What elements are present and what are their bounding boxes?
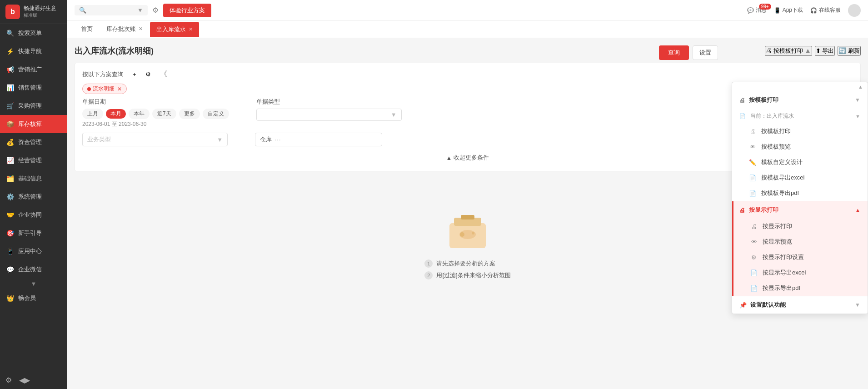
warehouse-dots-icon[interactable]: ··· (274, 136, 281, 143)
dp-display-export-excel[interactable]: 📄 按显示导出excel (733, 265, 868, 280)
current-text: 当前：出入库流水 (750, 112, 794, 120)
date-option-last-month[interactable]: 上月 (82, 109, 103, 119)
query-button[interactable]: 查询 (659, 45, 689, 60)
filter-tag-selected[interactable]: 流水明细 ✕ (82, 84, 127, 94)
refresh-icon: 🔄 (838, 47, 846, 54)
trial-button[interactable]: 体验行业方案 (163, 4, 211, 17)
tab-flow[interactable]: 出入库流水 ✕ (150, 22, 199, 37)
page-title: 出入库流水(流水明细) (75, 45, 154, 56)
topbar-search-box[interactable]: 🔍 ▼ (75, 5, 148, 15)
search-dropdown-icon[interactable]: ▼ (137, 7, 143, 14)
dp-display-preview[interactable]: 👁 按显示预览 (733, 234, 868, 249)
filter-group-warehouse: 仓库 ··· (255, 133, 382, 146)
date-option-this-year[interactable]: 本年 (129, 109, 150, 119)
print-panel-toggle[interactable]: ▲ (805, 47, 811, 54)
page-actions-panel: 🖨 按模板打印 ▲ ⬆ 导出 🔄 刷新 ▲ (765, 46, 861, 56)
sidebar-label-marketing: 营销推广 (18, 65, 42, 74)
page-content: 出入库流水(流水明细) 🖨 按模板打印 ▲ ⬆ 导出 🔄 刷新 (67, 38, 868, 389)
filter-group-biz: 业务类型 ▼ (82, 133, 228, 146)
app-center-icon: 📱 (5, 247, 15, 256)
online-service-button[interactable]: 🎧 在线客服 (810, 6, 841, 14)
sidebar-label-vip: 畅会员 (18, 294, 36, 302)
dp-set-default-header[interactable]: 📌 设置默认功能 ▼ (732, 296, 868, 314)
date-option-this-month[interactable]: 本月 (106, 109, 126, 119)
sidebar-item-collab[interactable]: 🤝 企业协同 (0, 206, 67, 224)
sidebar-item-operation[interactable]: 📈 经营管理 (0, 151, 67, 170)
sidebar-label-purchase: 采购管理 (18, 102, 42, 110)
dp-template-export-pdf-label: 按模板导出pdf (761, 189, 799, 197)
dp-current-label[interactable]: 📄 当前：出入库流水 ▼ (732, 109, 868, 124)
collapse-icon[interactable]: ◀▶ (19, 376, 30, 384)
sidebar-label-operation: 经营管理 (18, 156, 42, 165)
dp-scroll-up[interactable]: ▲ (732, 82, 868, 91)
sidebar-item-marketing[interactable]: 📢 营销推广 (0, 60, 67, 79)
tab-batch-label: 库存批次账 (106, 25, 136, 33)
finance-icon: 💰 (5, 138, 15, 147)
tab-batch[interactable]: 库存批次账 ✕ (100, 21, 149, 38)
messages-button[interactable]: 💬 消息 99+ (747, 6, 767, 14)
sidebar-item-purchase[interactable]: 🛒 采购管理 (0, 97, 67, 115)
date-option-7days[interactable]: 近7天 (152, 109, 176, 119)
sidebar-item-basic[interactable]: 🗂️ 基础信息 (0, 170, 67, 188)
refresh-button[interactable]: 🔄 刷新 (838, 46, 861, 56)
date-option-custom[interactable]: 自定义 (203, 109, 229, 119)
sidebar-item-finance[interactable]: 💰 资金管理 (0, 133, 67, 151)
svg-rect-2 (461, 215, 474, 219)
sidebar-scroll-down[interactable]: ▼ (0, 279, 67, 289)
topbar-gear-icon[interactable]: ⚙ (152, 6, 159, 15)
sidebar: b 畅捷通好生意 标准版 🔍 搜索菜单 ⚡ 快捷导航 📢 营销推广 📊 销售管理… (0, 0, 67, 389)
export-button[interactable]: ⬆ 导出 (815, 46, 835, 56)
sidebar-item-guide[interactable]: 🎯 新手引导 (0, 224, 67, 242)
date-filter-label: 单据日期 (82, 98, 229, 106)
tab-flow-close[interactable]: ✕ (189, 26, 193, 32)
dp-display-print-header[interactable]: 🖨 按显示打印 ▲ (733, 201, 868, 219)
dp-display-print-action[interactable]: 🖨 按显示打印 (733, 219, 868, 234)
dp-template-print-action[interactable]: 🖨 按模板打印 (732, 124, 868, 139)
dp-template-preview[interactable]: 👁 按模板预览 (732, 139, 868, 155)
dp-template-print-arrow[interactable]: ▼ (855, 97, 860, 103)
dp-template-export-excel[interactable]: 📄 按模板导出excel (732, 170, 868, 185)
topbar: 🔍 ▼ ⚙ 体验行业方案 💬 消息 99+ 📱 App下载 🎧 在线客服 (67, 0, 868, 21)
type-select[interactable]: ▼ (256, 109, 402, 121)
app-download-button[interactable]: 📱 App下载 (774, 6, 803, 14)
dp-template-custom[interactable]: ✏️ 模板自定义设计 (732, 155, 868, 170)
sidebar-item-vip[interactable]: 👑 畅会员 (0, 289, 67, 307)
sidebar-item-search-menu[interactable]: 🔍 搜索菜单 (0, 24, 67, 42)
dp-preview-icon: 👁 (748, 144, 757, 150)
sidebar-item-sales[interactable]: 📊 销售管理 (0, 79, 67, 97)
tab-batch-close[interactable]: ✕ (139, 26, 143, 32)
message-icon: 💬 (747, 7, 754, 14)
sidebar-item-app-center[interactable]: 📱 应用中心 (0, 242, 67, 260)
settings-icon[interactable]: ⚙ (5, 376, 12, 384)
biz-type-select[interactable]: 业务类型 ▼ (82, 133, 228, 146)
sidebar-item-quick-nav[interactable]: ⚡ 快捷导航 (0, 42, 67, 60)
dp-set-default-arrow[interactable]: ▼ (855, 302, 860, 308)
sidebar-item-corp-wechat[interactable]: 💬 企业微信 (0, 260, 67, 279)
dp-display-print-label: 按显示打印 (749, 206, 778, 214)
search-input[interactable] (89, 7, 135, 14)
tab-home[interactable]: 首页 (75, 21, 99, 38)
dp-display-settings[interactable]: ⚙ 按显示打印设置 (733, 249, 868, 265)
settings-button[interactable]: 设置 (693, 45, 718, 60)
dp-display-pdf-icon: 📄 (750, 285, 758, 292)
sidebar-item-inventory[interactable]: 📦 库存核算 (0, 115, 67, 133)
user-avatar[interactable] (848, 4, 861, 17)
sidebar-item-system[interactable]: ⚙️ 系统管理 (0, 188, 67, 206)
dp-template-export-pdf[interactable]: 📄 按模板导出pdf (732, 185, 868, 201)
page-header: 出入库流水(流水明细) 🖨 按模板打印 ▲ ⬆ 导出 🔄 刷新 (75, 45, 861, 56)
filter-gear-button[interactable]: ⚙ (145, 71, 151, 78)
collapse-left-button[interactable]: 《 (160, 70, 167, 79)
warehouse-select[interactable]: 仓库 ··· (255, 133, 382, 146)
print-button[interactable]: 🖨 按模板打印 ▲ (765, 46, 812, 56)
add-filter-button[interactable]: + (133, 71, 136, 78)
dp-display-print-arrow[interactable]: ▲ (855, 207, 860, 213)
date-option-more[interactable]: 更多 (179, 109, 200, 119)
dp-display-export-pdf[interactable]: 📄 按显示导出pdf (733, 280, 868, 296)
dp-display-print-section: 🖨 按显示打印 ▲ 🖨 按显示打印 👁 按显示预览 (732, 201, 868, 296)
dp-template-print-header[interactable]: 🖨 按模板打印 ▼ (732, 91, 868, 109)
scroll-up-icon[interactable]: ▲ (858, 84, 863, 90)
current-arrow[interactable]: ▼ (855, 114, 860, 119)
tag-close-icon[interactable]: ✕ (117, 86, 122, 92)
dp-display-settings-label: 按显示打印设置 (763, 253, 804, 261)
sidebar-label-corp-wechat: 企业微信 (18, 265, 42, 274)
